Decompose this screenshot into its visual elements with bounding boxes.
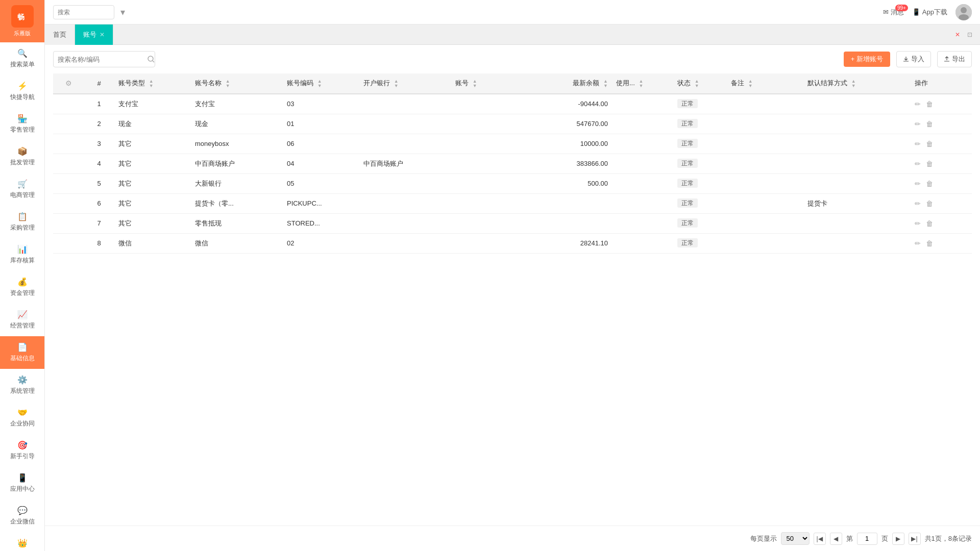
table-row: 5 其它 大新银行 05 500.00 正常 ✏ 🗑: [53, 173, 972, 193]
window-close-button[interactable]: ✕: [951, 29, 964, 41]
delete-icon-1[interactable]: 🗑: [926, 120, 933, 128]
sidebar-item-label: 批发管理: [10, 158, 35, 167]
purchase-icon: 📋: [17, 212, 28, 221]
sidebar-item-enterprise-wechat[interactable]: 💬 企业微信: [0, 499, 44, 532]
user-avatar[interactable]: [955, 4, 972, 20]
delete-icon-6[interactable]: 🗑: [926, 219, 933, 228]
delete-icon-0[interactable]: 🗑: [926, 100, 933, 108]
import-button[interactable]: 导入: [896, 51, 931, 67]
tab-account[interactable]: 账号 ✕: [75, 24, 113, 45]
search-button[interactable]: [148, 51, 155, 67]
edit-icon-2[interactable]: ✏: [915, 140, 921, 148]
pagination: 每页显示 50 100 200 |◀ ◀ 第 页 ▶ ▶| 共1页，8条记录: [45, 525, 980, 551]
delete-icon-5[interactable]: 🗑: [926, 199, 933, 208]
cell-bank-6: [359, 213, 451, 233]
col-account[interactable]: 账号 ▲▼: [451, 73, 528, 94]
col-status[interactable]: 状态 ▲▼: [673, 73, 727, 94]
table-row: 8 微信 微信 02 28241.10 正常 ✏ 🗑: [53, 233, 972, 253]
edit-icon-5[interactable]: ✏: [915, 199, 921, 208]
cell-code-6: STORED...: [283, 213, 359, 233]
app-download-button[interactable]: 📱 App下载: [912, 8, 947, 17]
col-balance[interactable]: 最新余额 ▲▼: [528, 73, 612, 94]
guide-icon: 🎯: [17, 440, 28, 450]
cell-type-0: 支付宝: [114, 94, 191, 114]
sidebar-item-finance-mgmt[interactable]: 💰 资金管理: [0, 271, 44, 304]
sidebar-item-quick-nav[interactable]: ⚡ 快捷导航: [0, 75, 44, 108]
add-account-button[interactable]: + 新增账号: [844, 52, 890, 67]
app-logo: 畅 乐雁版: [0, 0, 44, 42]
page-input[interactable]: [857, 533, 877, 545]
cell-name-3: 中百商场账户: [191, 154, 283, 173]
topbar-search-input[interactable]: [53, 5, 114, 19]
edit-icon-7[interactable]: ✏: [915, 239, 921, 247]
col-num: #: [84, 73, 114, 94]
cell-name-2: moneybosx: [191, 134, 283, 154]
cell-num-6: 7: [84, 213, 114, 233]
next-page-button[interactable]: ▶: [892, 533, 904, 545]
col-remark[interactable]: 备注 ▲▼: [727, 73, 803, 94]
window-maximize-button[interactable]: ⊡: [964, 29, 976, 41]
account-search-input[interactable]: [54, 56, 148, 63]
edit-icon-3[interactable]: ✏: [915, 160, 921, 168]
edit-icon-4[interactable]: ✏: [915, 180, 921, 188]
first-page-button[interactable]: |◀: [814, 533, 826, 545]
tab-account-label: 账号: [83, 30, 96, 39]
cell-default-7: [803, 233, 911, 253]
edit-icon-1[interactable]: ✏: [915, 120, 921, 128]
sidebar-item-enterprise-agreement[interactable]: 🤝 企业协同: [0, 402, 44, 434]
export-button[interactable]: 导出: [937, 51, 972, 67]
tab-home[interactable]: 首页: [45, 24, 75, 45]
sidebar-item-ops-mgmt[interactable]: 📈 经营管理: [0, 304, 44, 336]
col-name[interactable]: 账号名称 ▲▼: [191, 73, 283, 94]
cell-status-7: 正常: [673, 233, 727, 253]
inventory-icon: 📊: [17, 244, 28, 254]
tab-account-close[interactable]: ✕: [100, 31, 105, 38]
table-row: 1 支付宝 支付宝 03 -90444.00 正常 ✏ 🗑: [53, 94, 972, 114]
sidebar-item-new-guide[interactable]: 🎯 新手引导: [0, 434, 44, 467]
delete-icon-2[interactable]: 🗑: [926, 140, 933, 148]
retail-icon: 🏪: [17, 114, 28, 123]
per-page-select[interactable]: 50 100 200: [781, 532, 810, 545]
edit-icon-6[interactable]: ✏: [915, 219, 921, 228]
message-badge: 99+: [895, 5, 908, 11]
delete-icon-4[interactable]: 🗑: [926, 180, 933, 188]
message-button[interactable]: ✉ 消息 99+: [883, 8, 904, 17]
column-settings-icon[interactable]: ⚙: [65, 79, 72, 87]
sidebar-item-basic-info[interactable]: 📄 基础信息: [0, 336, 44, 369]
sidebar-item-app-center[interactable]: 📱 应用中心: [0, 467, 44, 499]
col-default-settle[interactable]: 默认结算方式 ▲▼: [803, 73, 911, 94]
last-page-button[interactable]: ▶|: [909, 533, 921, 545]
cell-remark-4: [727, 173, 803, 193]
col-type[interactable]: 账号类型 ▲▼: [114, 73, 191, 94]
cell-name-0: 支付宝: [191, 94, 283, 114]
sidebar-item-label: 企业协同: [10, 419, 35, 428]
sidebar-item-inventory-calc[interactable]: 📊 库存核算: [0, 238, 44, 271]
cell-type-3: 其它: [114, 154, 191, 173]
cell-use-7: [612, 233, 673, 253]
accounts-table: ⚙ # 账号类型 ▲▼ 账号名称 ▲▼ 账号编码 ▲: [53, 73, 972, 254]
col-code-sort: ▲▼: [317, 79, 322, 88]
table-row: 2 现金 现金 01 547670.00 正常 ✏ 🗑: [53, 114, 972, 134]
cell-status-3: 正常: [673, 154, 727, 173]
dropdown-icon[interactable]: ▾: [120, 7, 125, 18]
edit-icon-0[interactable]: ✏: [915, 100, 921, 108]
sidebar-item-wholesale-mgmt[interactable]: 📦 批发管理: [0, 140, 44, 173]
col-code[interactable]: 账号编码 ▲▼: [283, 73, 359, 94]
col-bank[interactable]: 开户银行 ▲▼: [359, 73, 451, 94]
sidebar-item-ecommerce-mgmt[interactable]: 🛒 电商管理: [0, 173, 44, 206]
delete-icon-3[interactable]: 🗑: [926, 160, 933, 168]
sidebar-item-chang-member[interactable]: 👑 畅会员: [0, 532, 44, 551]
sidebar-item-purchase-mgmt[interactable]: 📋 采购管理: [0, 206, 44, 238]
sidebar-item-retail-mgmt[interactable]: 🏪 零售管理: [0, 108, 44, 140]
col-use[interactable]: 使用... ▲▼: [612, 73, 673, 94]
delete-icon-7[interactable]: 🗑: [926, 239, 933, 247]
cell-account-3: [451, 154, 528, 173]
sidebar-item-system-mgmt[interactable]: ⚙️ 系统管理: [0, 369, 44, 402]
col-settings[interactable]: ⚙: [53, 73, 84, 94]
col-bank-sort: ▲▼: [394, 79, 399, 88]
prev-page-button[interactable]: ◀: [830, 533, 842, 545]
sidebar-item-search-menu[interactable]: 🔍 搜索菜单: [0, 42, 44, 75]
cell-num-1: 2: [84, 114, 114, 134]
cell-code-5: PICKUPC...: [283, 193, 359, 213]
search-box: [53, 51, 155, 67]
